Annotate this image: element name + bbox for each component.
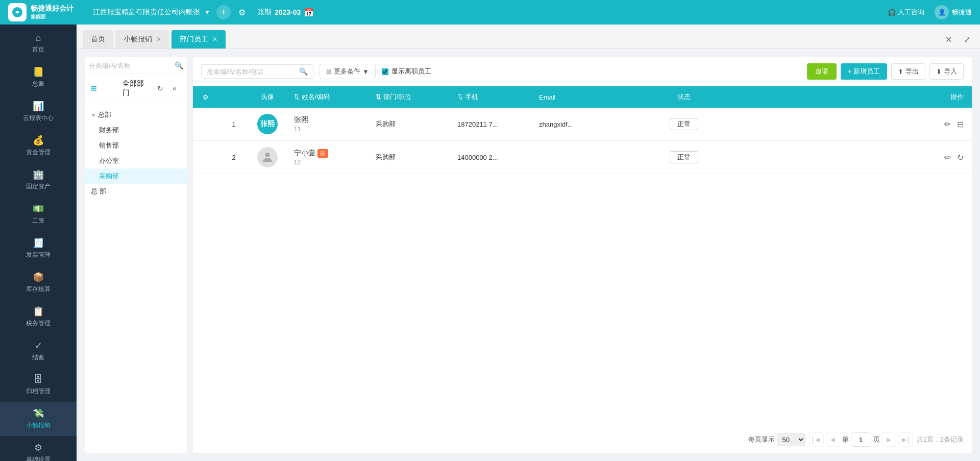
- dept-finance-label: 财务部: [99, 126, 119, 135]
- dept-hq2-label: 总 部: [91, 187, 106, 196]
- sidebar-label-expense: 小畅报销: [26, 421, 51, 430]
- col-phone-header[interactable]: ⇅ 手机: [449, 86, 531, 108]
- tab-dept-close-icon[interactable]: ✕: [212, 36, 217, 43]
- page-size-dropdown[interactable]: 10 20 50 100: [777, 433, 805, 446]
- col-status-header: 状态: [633, 86, 735, 108]
- next-page-button[interactable]: ►: [882, 432, 896, 447]
- tab-expense-label: 小畅报销: [124, 35, 152, 44]
- add-employee-button[interactable]: + 新增员工: [841, 63, 887, 80]
- sidebar-item-payroll[interactable]: 💵 工资: [0, 197, 77, 231]
- first-page-button[interactable]: |◄: [810, 432, 824, 447]
- tab-expense[interactable]: 小畅报销 ✕: [115, 30, 169, 48]
- show-resigned-checkbox[interactable]: 显示离职员工: [382, 67, 431, 76]
- sidebar-item-archive[interactable]: 🗄 归档管理: [0, 368, 77, 402]
- tab-expense-close-icon[interactable]: ✕: [156, 36, 161, 43]
- tab-home[interactable]: 首页: [83, 30, 113, 48]
- tab-actions: ✕ ⤢: [941, 32, 974, 48]
- row2-edit-icon[interactable]: ✏: [944, 153, 951, 162]
- calendar-icon[interactable]: 📅: [304, 8, 314, 17]
- sidebar-item-invoice[interactable]: 🧾 发票管理: [0, 231, 77, 265]
- dept-item-sales[interactable]: 销售部: [85, 138, 187, 153]
- row1-name-code: 张熙 11: [294, 115, 359, 133]
- sidebar-item-expense[interactable]: 💸 小畅报销: [0, 402, 77, 436]
- toolbar-right: 邀请 + 新增员工 ⬆ 导出 ⬇ 导入: [807, 63, 964, 80]
- user-info[interactable]: 👤 畅捷通: [935, 5, 972, 19]
- show-resigned-input[interactable]: [382, 68, 388, 75]
- dept-item-finance[interactable]: 财务部: [85, 123, 187, 138]
- sidebar-label-assets: 固定资产: [26, 182, 51, 191]
- row1-edit-icon[interactable]: ✏: [944, 119, 951, 129]
- sidebar-item-home[interactable]: ⌂ 首页: [0, 27, 77, 60]
- page-navigation: |◄ ◄ 第 页 ► ►|: [810, 432, 913, 447]
- page-content: 🔍 ⊞ 全部部门 ↻ « ▼ 总部 财务部: [77, 49, 980, 461]
- row2-settings: [193, 141, 218, 174]
- sidebar-item-general[interactable]: 📒 总账: [0, 60, 77, 94]
- settings-icon[interactable]: ⚙: [235, 5, 249, 19]
- sidebar-item-tax[interactable]: 📋 税务管理: [0, 300, 77, 334]
- row2-refresh-icon[interactable]: ↻: [957, 153, 964, 162]
- base-settings-icon: ⚙: [34, 442, 42, 453]
- sidebar-item-inventory[interactable]: 📦 库存核算: [0, 265, 77, 300]
- dept-search-icon[interactable]: 🔍: [175, 61, 183, 69]
- add-button[interactable]: +: [216, 5, 231, 19]
- row1-phone: 18720211 7...: [449, 108, 531, 141]
- employee-search-icon[interactable]: 🔍: [299, 67, 308, 76]
- tab-minimize-button[interactable]: ✕: [941, 32, 955, 46]
- dept-item-hq2[interactable]: 总 部: [85, 184, 187, 199]
- sidebar-item-settings[interactable]: ⚙ 基础设置: [0, 436, 77, 461]
- import-label: 导入: [944, 67, 957, 76]
- tab-home-label: 首页: [91, 35, 105, 44]
- last-page-button[interactable]: ►|: [898, 432, 913, 447]
- funds-icon: 💰: [33, 135, 44, 146]
- export-label: 导出: [905, 67, 919, 76]
- refresh-dept-button[interactable]: ↻: [154, 82, 166, 94]
- tab-maximize-button[interactable]: ⤢: [960, 32, 974, 46]
- logo-icon: [8, 3, 27, 21]
- page-number-input[interactable]: [851, 432, 871, 447]
- col-settings[interactable]: ⚙: [193, 86, 218, 108]
- sidebar-item-reports[interactable]: 📊 云报表中心: [0, 94, 77, 129]
- row2-status-badge: 正常: [670, 151, 698, 163]
- sidebar-item-funds[interactable]: 💰 资金管理: [0, 129, 77, 163]
- service-button[interactable]: 🎧 人工咨询: [888, 8, 924, 17]
- employee-table: ⚙ 头像 ⇅ 姓名/编码 ⇅ 部门/职位 ⇅ 手机: [193, 86, 972, 426]
- dept-item-hq[interactable]: ▼ 总部: [85, 107, 187, 123]
- row2-phone: 14000000 2...: [449, 141, 531, 174]
- row1-exit-icon[interactable]: ⊟: [957, 119, 964, 129]
- company-selector[interactable]: 江西服宝精品有限责任公司内账张 ▼: [93, 8, 210, 17]
- dept-purchase-label: 采购部: [99, 172, 119, 181]
- page-size-select: 每页显示 10 20 50 100: [748, 433, 805, 446]
- dept-item-purchase[interactable]: 采购部: [85, 168, 187, 184]
- row1-code: 11: [294, 126, 359, 133]
- sidebar-label-archive: 归档管理: [26, 387, 51, 396]
- tab-dept[interactable]: 部门员工 ✕: [172, 30, 226, 48]
- import-button[interactable]: ⬇ 导入: [929, 63, 964, 80]
- sidebar-label-settings: 基础设置: [26, 455, 51, 461]
- col-email-header: Email: [531, 86, 633, 108]
- row1-action-btns: ✏ ⊟: [743, 119, 964, 129]
- invite-button[interactable]: 邀请: [807, 63, 837, 80]
- dept-tree-controls: ↻ «: [154, 82, 181, 94]
- dept-search-input[interactable]: [89, 62, 175, 69]
- dept-hq-label: 总部: [98, 110, 111, 119]
- row2-actions: ✏ ↻: [735, 141, 972, 174]
- sidebar-item-settle[interactable]: ✓ 结账: [0, 334, 77, 368]
- col-name-header[interactable]: ⇅ 姓名/编码: [286, 86, 368, 108]
- sidebar-item-assets[interactable]: 🏢 固定资产: [0, 163, 77, 197]
- employee-search-input[interactable]: [207, 68, 296, 76]
- dept-item-office[interactable]: 办公室: [85, 153, 187, 168]
- table-row: 1 张熙 张熙 11 采购部: [193, 108, 972, 141]
- period-selector[interactable]: 账期 2023-03 📅: [257, 8, 314, 17]
- col-dept-header[interactable]: ⇅ 部门/职位: [368, 86, 449, 108]
- collapse-dept-button[interactable]: «: [168, 82, 181, 94]
- prev-page-button[interactable]: ◄: [826, 432, 840, 447]
- sort-dept-icon: ⇅: [376, 93, 381, 101]
- dept-tree: ▼ 总部 财务部 销售部 办公室 采购部: [85, 103, 187, 453]
- page-input-group: 第 页: [842, 432, 880, 447]
- row1-name-cell: 张熙 11: [286, 108, 368, 141]
- app-logo: 畅捷通好会计 旗舰版: [8, 3, 85, 21]
- export-button[interactable]: ⬆ 导出: [891, 63, 925, 80]
- employee-toolbar: 🔍 ⊟ 更多条件 ▼ 显示离职员工 邀请 + 新增员工: [193, 57, 972, 86]
- row1-status-badge: 正常: [670, 118, 698, 130]
- filter-button[interactable]: ⊟ 更多条件 ▼: [320, 64, 376, 79]
